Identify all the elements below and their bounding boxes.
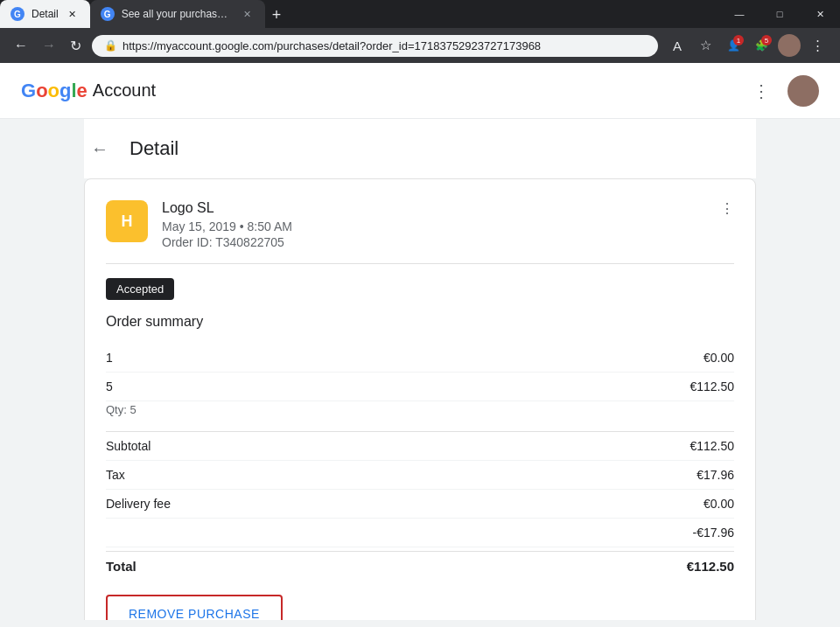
header-right: ⋮ xyxy=(746,75,819,107)
page-title: Detail xyxy=(130,137,178,160)
new-tab-button[interactable]: + xyxy=(265,3,289,28)
order-summary-title: Order summary xyxy=(106,314,734,330)
active-tab-close[interactable]: ✕ xyxy=(66,7,80,21)
inactive-tab-close[interactable]: ✕ xyxy=(241,7,255,21)
address-text: https://myaccount.google.com/purchases/d… xyxy=(122,39,541,52)
delivery-row: Delivery fee €0.00 xyxy=(106,490,734,519)
tax-value: €17.96 xyxy=(696,468,734,482)
qty-label: Qty: 5 xyxy=(106,401,734,424)
subtotal-value: €112.50 xyxy=(690,439,734,453)
subtotal-label: Subtotal xyxy=(106,439,150,453)
logo-o1: o xyxy=(36,80,47,101)
detail-page: ← Detail H Logo SL May 15, 2019 • 8:50 A… xyxy=(70,119,770,620)
google-account-header: Google Account ⋮ xyxy=(0,63,840,119)
logo-e: e xyxy=(77,80,88,101)
summary-row-1: 1 €0.00 xyxy=(106,344,734,373)
order-info: Logo SL May 15, 2019 • 8:50 AM Order ID:… xyxy=(162,200,706,249)
item-1-value: €0.00 xyxy=(704,351,734,365)
active-tab[interactable]: G Detail ✕ xyxy=(0,0,90,28)
bookmark-icon[interactable]: ☆ xyxy=(693,33,718,58)
logo-o2: o xyxy=(48,80,60,101)
active-tab-title: Detail xyxy=(32,8,59,20)
order-options-icon[interactable]: ⋮ xyxy=(720,200,734,217)
back-nav-button[interactable]: ← xyxy=(10,34,32,57)
address-input[interactable]: 🔒 https://myaccount.google.com/purchases… xyxy=(92,35,658,57)
order-logo: H xyxy=(106,200,148,242)
inactive-tab-title: See all your purchases, subscript... xyxy=(122,8,234,20)
total-label: Total xyxy=(106,559,136,574)
content-card: H Logo SL May 15, 2019 • 8:50 AM Order I… xyxy=(84,178,756,620)
lock-icon: 🔒 xyxy=(104,39,117,52)
item-2-value: €112.50 xyxy=(690,380,734,394)
summary-row-2: 5 €112.50 xyxy=(106,373,734,401)
forward-nav-button[interactable]: → xyxy=(38,34,60,57)
order-header: H Logo SL May 15, 2019 • 8:50 AM Order I… xyxy=(106,200,734,264)
maximize-button[interactable]: □ xyxy=(760,0,800,28)
minimize-button[interactable]: — xyxy=(719,0,760,28)
delivery-value: €0.00 xyxy=(704,497,734,511)
account-label: Account xyxy=(93,80,156,101)
status-badge: Accepted xyxy=(106,278,174,300)
address-bar: ← → ↻ 🔒 https://myaccount.google.com/pur… xyxy=(0,28,840,63)
close-button[interactable]: ✕ xyxy=(800,0,840,28)
logo-g: G xyxy=(21,80,36,101)
inactive-tab[interactable]: G See all your purchases, subscript... ✕ xyxy=(90,0,265,28)
order-date: May 15, 2019 • 8:50 AM xyxy=(162,219,706,233)
user-avatar-icon[interactable] xyxy=(777,33,802,58)
discount-row: -€17.96 xyxy=(106,519,734,547)
remove-purchase-button[interactable]: REMOVE PURCHASE xyxy=(106,595,283,620)
profile-icon[interactable]: 👤 1 xyxy=(721,33,746,58)
summary-row-2-container: 5 €112.50 Qty: 5 xyxy=(106,373,734,424)
back-button[interactable]: ← xyxy=(84,133,116,164)
logo-g2: g xyxy=(60,80,71,101)
discount-value: -€17.96 xyxy=(693,526,734,540)
google-logo: Google Account xyxy=(21,80,156,102)
back-header: ← Detail xyxy=(84,119,756,178)
more-options-icon[interactable]: ⋮ xyxy=(805,33,830,58)
tax-row: Tax €17.96 xyxy=(106,461,734,490)
delivery-label: Delivery fee xyxy=(106,497,171,511)
tax-label: Tax xyxy=(106,468,125,482)
item-1-label: 1 xyxy=(106,351,113,365)
reload-button[interactable]: ↻ xyxy=(66,34,85,58)
item-2-label: 5 xyxy=(106,380,113,394)
page-container: Google Account ⋮ ← Detail H Logo SL May … xyxy=(0,63,840,620)
user-avatar[interactable] xyxy=(788,75,819,107)
browser-chrome: G Detail ✕ G See all your purchases, sub… xyxy=(0,0,840,63)
order-id: Order ID: T340822705 xyxy=(162,235,706,249)
extension-icon[interactable]: 🧩 5 xyxy=(749,33,774,58)
total-value: €112.50 xyxy=(687,559,734,574)
total-row: Total €112.50 xyxy=(106,551,734,581)
subtotal-row: Subtotal €112.50 xyxy=(106,432,734,461)
header-more-button[interactable]: ⋮ xyxy=(746,75,777,107)
translate-icon[interactable]: A xyxy=(665,33,690,58)
order-name: Logo SL xyxy=(162,200,706,216)
toolbar-icons: A ☆ 👤 1 🧩 5 ⋮ xyxy=(665,33,830,58)
